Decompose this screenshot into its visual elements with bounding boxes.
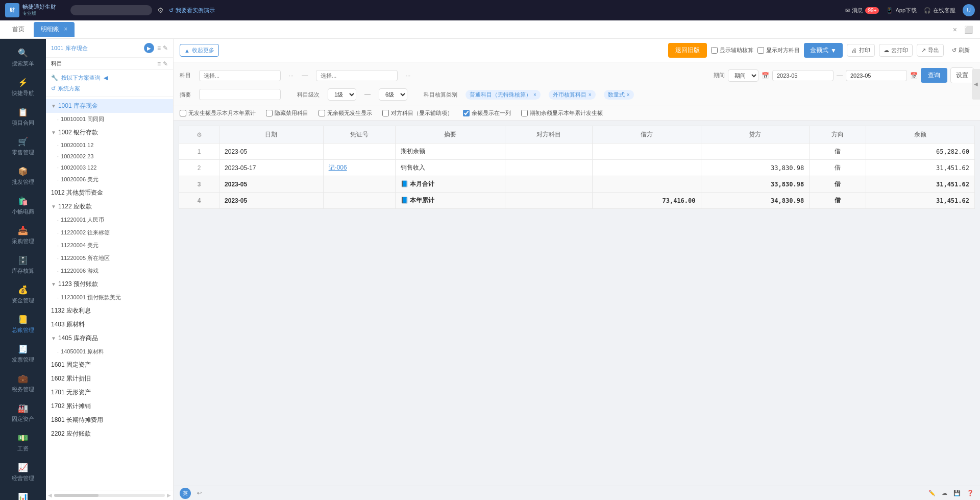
voucher-link-2[interactable]: 记-006 (329, 164, 347, 171)
period-start-input[interactable] (772, 70, 834, 81)
tree-item-10020006[interactable]: · 10020006 美元 (46, 173, 173, 186)
app-download-btn[interactable]: 📱 App下载 (886, 7, 917, 14)
tree-item-1601[interactable]: 1601 固定资产 (46, 358, 173, 372)
subject-list-icon[interactable]: ≡ (157, 60, 161, 67)
sidebar-item-quick-nav[interactable]: ⚡ 快捷导航 (0, 73, 46, 102)
sidebar-item-operation[interactable]: 📈 经营管理 (0, 458, 46, 487)
tree-item-11220004[interactable]: · 11220004 美元 (46, 239, 173, 252)
export-btn[interactable]: ↗ 导出 (917, 44, 944, 57)
demo-btn[interactable]: ↺ 我要看实例演示 (169, 7, 215, 14)
back-btn[interactable]: 退回旧版 (668, 43, 707, 58)
amount-btn[interactable]: 金额式 ▼ (804, 43, 843, 58)
tag-normal-close[interactable]: × (533, 92, 536, 98)
sidebar-item-wholesale[interactable]: 📦 批发管理 (0, 161, 46, 191)
message-btn[interactable]: ✉ 消息 99+ (845, 7, 879, 14)
tree-item-1702[interactable]: 1702 累计摊销 (46, 399, 173, 413)
tree-item-1602[interactable]: 1602 累计折旧 (46, 372, 173, 386)
sidebar-item-project[interactable]: 📋 项目合同 (0, 102, 46, 132)
subject-edit-icon[interactable]: ✎ (163, 60, 168, 67)
nav-forward-btn[interactable]: ▶ (144, 43, 154, 53)
tree-item-10020003[interactable]: · 10020003 122 (46, 162, 173, 173)
cb-hide-disabled-input[interactable] (266, 110, 273, 116)
sidebar-item-search[interactable]: 🔍 搜索菜单 (0, 43, 46, 73)
bottom-save-icon[interactable]: 💾 (953, 490, 961, 496)
filter-summary-input[interactable] (199, 89, 281, 100)
tree-item-1001[interactable]: ▼ 1001 库存现金 (46, 99, 173, 113)
cb-balance-one-col-input[interactable] (463, 110, 470, 116)
tree-item-1132[interactable]: 1132 应收利息 (46, 304, 173, 318)
refresh-btn[interactable]: ↺ 刷新 (948, 44, 974, 56)
system-plan-btn[interactable]: ↺ 系统方案 (51, 85, 168, 92)
tree-item-1002[interactable]: ▼ 1002 银行存款 (46, 126, 173, 139)
tree-item-1403[interactable]: 1403 原材料 (46, 318, 173, 331)
tree-item-11220001[interactable]: · 11220001 人民币 (46, 213, 173, 226)
tree-item-11230001[interactable]: · 11230001 预付账款美元 (46, 291, 173, 304)
sidebar-item-expense[interactable]: 📊 小畅报销 (0, 487, 46, 500)
tree-item-1012[interactable]: 1012 其他货币资金 (46, 186, 173, 200)
scroll-left-btn[interactable]: ◀ (48, 492, 52, 498)
th-gear[interactable]: ⚙ (179, 126, 219, 144)
period-type-select[interactable]: 期间 (728, 69, 758, 82)
check-contra-subject-input[interactable] (757, 47, 764, 54)
settings-btn[interactable]: 设置 (950, 67, 974, 83)
cb-contra-subject-input[interactable] (382, 110, 389, 116)
tree-item-10010001[interactable]: · 10010001 同同同 (46, 113, 173, 126)
bottom-edit-icon[interactable]: ✏️ (928, 490, 936, 496)
list-icon[interactable]: ≡ (157, 44, 161, 52)
print-btn[interactable]: 🖨 打印 (847, 44, 875, 57)
tag-foreign-close[interactable]: × (589, 92, 592, 98)
filter-scheme-title[interactable]: 🔧 按以下方案查询 ◀ (51, 74, 168, 82)
bottom-help-icon[interactable]: ❓ (967, 490, 974, 496)
sidebar-item-assets[interactable]: 🏭 固定资产 (0, 398, 46, 428)
tree-item-1122[interactable]: ▼ 1122 应收款 (46, 200, 173, 213)
tree-item-11220006[interactable]: · 11220006 游戏 (46, 265, 173, 277)
filter-collapse-btn[interactable]: ◀ (972, 69, 980, 100)
bottom-cloud-icon[interactable]: ☁ (942, 490, 947, 496)
window-maximize-icon[interactable]: ⬜ (962, 25, 975, 35)
tag-quantity-close[interactable]: × (627, 92, 630, 98)
tree-item-14050001[interactable]: · 14050001 原材料 (46, 345, 173, 358)
online-service-btn[interactable]: 🎧 在线客服 (924, 7, 955, 14)
expand-btn[interactable]: ▲ 收起更多 (180, 44, 219, 57)
level-start-select[interactable]: 1级 (328, 88, 356, 101)
sidebar-item-fund[interactable]: 💰 资金管理 (0, 280, 46, 309)
tree-item-11220005[interactable]: · 11220005 所在地区 (46, 252, 173, 265)
top-search-input[interactable] (70, 5, 152, 15)
tab-close-icon[interactable]: × (64, 26, 67, 33)
tree-item-1801[interactable]: 1801 长期待摊费用 (46, 413, 173, 427)
cb-initial-balance-input[interactable] (521, 110, 528, 116)
edit-icon[interactable]: ✎ (163, 44, 168, 52)
bottom-back-btn[interactable]: ↩ (197, 490, 202, 496)
tab-home[interactable]: 首页 (5, 22, 32, 37)
tree-item-1701[interactable]: 1701 无形资产 (46, 386, 173, 399)
period-end-input[interactable] (846, 70, 907, 81)
scroll-right-btn[interactable]: ▶ (167, 492, 171, 498)
cb-no-balance-input[interactable] (180, 110, 186, 116)
tree-item-2202[interactable]: 2202 应付账款 (46, 427, 173, 441)
sidebar-item-salary[interactable]: 💵 工资 (0, 428, 46, 458)
gear-th-icon[interactable]: ⚙ (197, 131, 202, 138)
lang-btn[interactable]: 英 (180, 488, 191, 499)
horizontal-scrollbar[interactable] (54, 494, 165, 497)
tree-item-1123[interactable]: ▼ 1123 预付账款 (46, 277, 173, 291)
level-end-select[interactable]: 6级 (379, 88, 407, 101)
sidebar-item-ledger[interactable]: 📒 总账管理 (0, 309, 46, 339)
sidebar-item-inventory[interactable]: 🗄️ 库存核算 (0, 250, 46, 280)
query-btn[interactable]: 查询 (921, 68, 947, 83)
filter-subject-to-input[interactable] (316, 70, 398, 81)
tree-item-10020001[interactable]: · 10020001 12 (46, 139, 173, 151)
window-close-icon[interactable]: × (951, 25, 959, 35)
tree-item-1405[interactable]: ▼ 1405 库存商品 (46, 331, 173, 345)
sidebar-item-purchase[interactable]: 📥 采购管理 (0, 221, 46, 250)
tree-item-10020002[interactable]: · 10020002 23 (46, 151, 173, 162)
sidebar-item-ecommerce[interactable]: 🛍️ 小畅电商 (0, 191, 46, 221)
cb-no-balance-show-input[interactable] (318, 110, 325, 116)
sidebar-item-retail[interactable]: 🛒 零售管理 (0, 132, 46, 161)
tree-item-11220002[interactable]: · 11220002 往来标签 (46, 226, 173, 239)
sidebar-item-tax[interactable]: 💼 税务管理 (0, 369, 46, 398)
user-avatar[interactable]: U (963, 4, 975, 16)
cloud-print-btn[interactable]: ☁ 云打印 (879, 44, 913, 57)
tab-detail-account[interactable]: 明细账 × (34, 22, 75, 37)
check-aux-calc-input[interactable] (711, 47, 718, 54)
filter-subject-input[interactable] (199, 70, 281, 81)
